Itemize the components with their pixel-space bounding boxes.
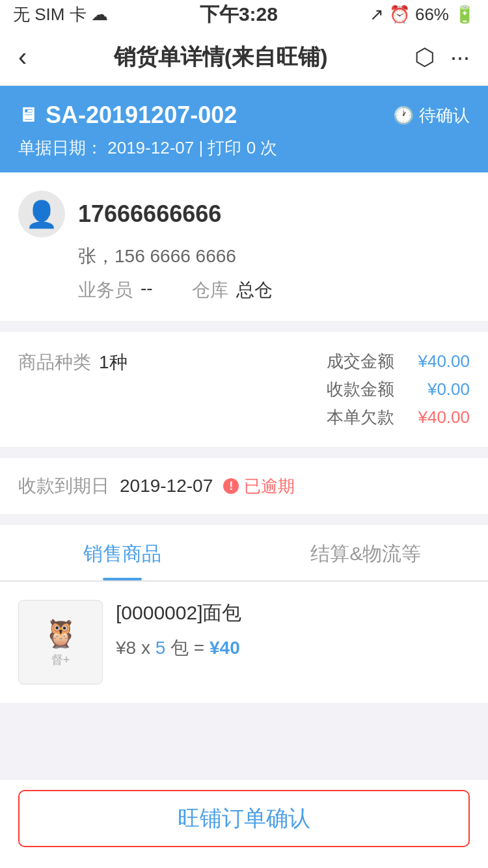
- due-date-value: 2019-12-07: [120, 476, 213, 496]
- product-section: 🦉 督+ [0000002]面包 ¥8 x 5 包 = ¥40: [0, 582, 488, 703]
- amount-row: 成交金额 ¥40.00: [327, 350, 470, 373]
- location-icon: ↗: [370, 5, 384, 25]
- product-unit: 包: [170, 638, 189, 658]
- multiply-sign: x: [141, 638, 156, 658]
- product-type-value: 1种: [99, 350, 128, 375]
- customer-phone: 17666666666: [78, 200, 221, 228]
- nav-actions: ⬡ ···: [414, 44, 470, 71]
- more-icon[interactable]: ···: [450, 44, 470, 71]
- brand-label: 督+: [51, 652, 70, 668]
- tab-settlement[interactable]: 结算&物流等: [244, 525, 488, 580]
- back-button[interactable]: ‹: [18, 42, 27, 72]
- overdue-text: 已逾期: [244, 475, 295, 498]
- product-type: 商品种类 1种: [18, 350, 128, 375]
- product-total: ¥40: [210, 638, 240, 658]
- order-status: 🕐 待确认: [393, 104, 470, 127]
- sales-label: 业务员: [78, 278, 133, 303]
- customer-section: 👤 17666666666 张，156 6666 6666 业务员 -- 仓库 …: [0, 172, 488, 321]
- battery-level: 66%: [415, 5, 449, 25]
- amount-label: 成交金额: [327, 350, 394, 373]
- overdue-icon: !: [223, 478, 239, 494]
- status-bar: 无 SIM 卡 ☁ 下午3:28 ↗ ⏰ 66% 🔋: [0, 0, 488, 29]
- tab-sales-products[interactable]: 销售商品: [0, 525, 244, 580]
- warehouse: 仓库 总仓: [192, 278, 273, 303]
- received-value: ¥0.00: [405, 379, 470, 400]
- received-label: 收款金额: [327, 378, 394, 401]
- status-left: 无 SIM 卡 ☁: [13, 3, 108, 26]
- nav-bar: ‹ 销货单详情(来自旺铺) ⬡ ···: [0, 29, 488, 86]
- sales-rep: 业务员 --: [78, 278, 153, 303]
- product-price-row: ¥8 x 5 包 = ¥40: [116, 636, 470, 660]
- product-image: 🦉 督+: [18, 600, 103, 685]
- amount-value: ¥40.00: [405, 351, 470, 372]
- warehouse-value: 总仓: [236, 278, 273, 303]
- person-icon: 👤: [25, 199, 58, 230]
- due-section: 收款到期日 2019-12-07 ! 已逾期: [0, 458, 488, 515]
- overdue-badge: ! 已逾期: [223, 475, 295, 498]
- print-info: | 打印 0 次: [198, 138, 277, 157]
- tabs: 销售商品 结算&物流等: [0, 525, 488, 582]
- order-icon: 🖥: [18, 104, 38, 126]
- order-id-row: 🖥 SA-20191207-002 🕐 待确认: [18, 102, 470, 129]
- product-type-label: 商品种类: [18, 350, 91, 375]
- order-header: 🖥 SA-20191207-002 🕐 待确认 单据日期： 2019-12-07…: [0, 86, 488, 172]
- sales-value: --: [141, 278, 153, 303]
- product-qty: 5: [156, 638, 166, 658]
- owl-icon: 🦉: [44, 617, 77, 649]
- customer-name: 张，156 6666 6666: [78, 244, 470, 269]
- sim-status: 无 SIM 卡 ☁: [13, 3, 108, 26]
- product-placeholder: 🦉 督+: [44, 617, 77, 668]
- owed-row: 本单欠款 ¥40.00: [327, 406, 470, 429]
- status-right: ↗ ⏰ 66% 🔋: [370, 5, 475, 25]
- received-row: 收款金额 ¥0.00: [327, 378, 470, 401]
- order-id-text: SA-20191207-002: [46, 102, 237, 129]
- summary-section: 商品种类 1种 成交金额 ¥40.00 收款金额 ¥0.00 本单欠款 ¥40.…: [0, 332, 488, 448]
- avatar: 👤: [18, 191, 65, 237]
- bottom-bar: 旺铺订单确认: [0, 779, 488, 868]
- due-label: 收款到期日: [18, 474, 109, 498]
- date-value: 2019-12-07: [107, 138, 194, 157]
- status-time: 下午3:28: [200, 1, 278, 28]
- order-date-row: 单据日期： 2019-12-07 | 打印 0 次: [18, 137, 470, 159]
- owed-label: 本单欠款: [327, 406, 394, 429]
- equals-sign: =: [194, 638, 210, 658]
- owed-value: ¥40.00: [405, 407, 470, 427]
- alarm-icon: ⏰: [389, 5, 410, 25]
- customer-row: 👤 17666666666: [18, 191, 470, 237]
- clock-icon: 🕐: [393, 105, 414, 126]
- page-title: 销货单详情(来自旺铺): [114, 42, 328, 72]
- customer-meta: 业务员 -- 仓库 总仓: [78, 278, 470, 303]
- confirm-order-button[interactable]: 旺铺订单确认: [18, 790, 470, 847]
- share-icon[interactable]: ⬡: [414, 44, 435, 71]
- status-text: 待确认: [419, 104, 470, 127]
- order-id: 🖥 SA-20191207-002: [18, 102, 237, 129]
- product-price: ¥8: [116, 638, 136, 658]
- warehouse-label: 仓库: [192, 278, 228, 303]
- amounts: 成交金额 ¥40.00 收款金额 ¥0.00 本单欠款 ¥40.00: [327, 350, 470, 429]
- date-label: 单据日期：: [18, 138, 103, 157]
- product-info: [0000002]面包 ¥8 x 5 包 = ¥40: [116, 600, 470, 685]
- battery-icon: 🔋: [454, 5, 475, 25]
- product-name: [0000002]面包: [116, 600, 470, 627]
